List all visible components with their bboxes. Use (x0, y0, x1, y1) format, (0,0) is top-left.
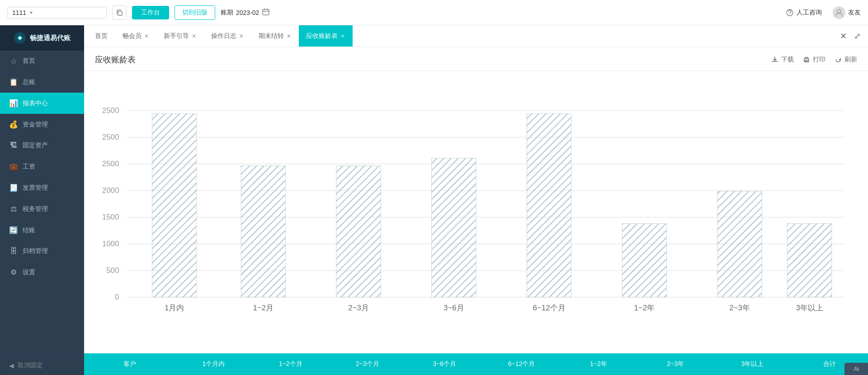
svg-text:1000: 1000 (102, 239, 119, 248)
download-button[interactable]: 下载 (771, 56, 794, 64)
sidebar-item-archive[interactable]: 🗄归档管理 (0, 241, 84, 262)
sidebar-icon-archive: 🗄 (9, 247, 18, 255)
svg-rect-31 (432, 158, 476, 297)
tab-close-member[interactable]: ✕ (144, 33, 149, 39)
switch-old-button[interactable]: 切到旧版 (175, 5, 215, 20)
tab-close-log[interactable]: ✕ (239, 33, 244, 39)
svg-text:1~2月: 1~2月 (253, 304, 274, 312)
top-bar: 1111 ▾ 工作台 切到旧版 账期 2023-02 人工咨询 友友 (0, 0, 868, 25)
svg-text:2500: 2500 (102, 133, 119, 141)
th-1~2个月: 1~2个月 (252, 360, 329, 368)
header-actions: 下载 打印 刷新 (771, 56, 857, 64)
download-label: 下载 (781, 56, 794, 64)
sidebar-label-funds: 资金管理 (23, 121, 48, 129)
tab-period-end[interactable]: 期末结转✕ (251, 25, 299, 47)
tab-label-period-end: 期末结转 (259, 32, 284, 40)
svg-point-4 (837, 9, 841, 13)
layout: 畅捷通易代账 ⌂首页📋总账📊报表中心💰资金管理🏗固定资产💼工资🧾发票管理⚖税务管… (0, 25, 868, 375)
svg-text:1月内: 1月内 (165, 304, 184, 312)
sidebar-logo: 畅捷通易代账 (0, 25, 84, 51)
sidebar: 畅捷通易代账 ⌂首页📋总账📊报表中心💰资金管理🏗固定资产💼工资🧾发票管理⚖税务管… (0, 25, 84, 375)
main-content: 首页畅会员✕新手引导✕操作日志✕期末结转✕应收账龄表✕ ✕ ⤢ 应收账龄表 下载 (84, 25, 868, 375)
app-title: 畅捷通易代账 (30, 34, 71, 42)
refresh-button[interactable]: 刷新 (835, 56, 857, 64)
svg-text:1500: 1500 (102, 213, 119, 221)
th-2~3年: 2~3年 (637, 360, 714, 368)
sidebar-item-reports[interactable]: 📊报表中心 (0, 93, 84, 114)
sidebar-icon-funds: 💰 (9, 120, 18, 129)
close-all-button[interactable]: ✕ (838, 29, 849, 43)
svg-text:2000: 2000 (102, 186, 119, 195)
sidebar-icon-home: ⌂ (9, 57, 18, 65)
sidebar-label-assets: 固定资产 (23, 141, 48, 150)
print-label: 打印 (813, 56, 826, 64)
tab-close-guide[interactable]: ✕ (192, 33, 196, 39)
tab-label-guide: 新手引导 (164, 32, 189, 40)
sidebar-label-settings: 设置 (23, 268, 35, 277)
sidebar-item-funds[interactable]: 💰资金管理 (0, 114, 84, 135)
svg-text:2500: 2500 (102, 106, 119, 115)
th-1~2年: 1~2年 (560, 360, 637, 368)
company-selector[interactable]: 1111 ▾ (7, 7, 107, 19)
th-客户: 客户 (84, 360, 175, 368)
sidebar-icon-reports: 📊 (9, 99, 18, 108)
svg-text:1~2年: 1~2年 (634, 304, 655, 312)
user-menu[interactable]: 友友 (833, 6, 861, 19)
sidebar-label-invoice: 发票管理 (23, 184, 48, 192)
sidebar-icon-settings: ⚙ (9, 268, 18, 277)
sidebar-item-assets[interactable]: 🏗固定资产 (0, 135, 84, 156)
consult-button[interactable]: 人工咨询 (786, 9, 822, 17)
copy-button[interactable] (112, 5, 127, 20)
expand-button[interactable]: ⤢ (852, 29, 863, 43)
sidebar-label-reports: 报表中心 (23, 99, 48, 108)
sidebar-label-home: 首页 (23, 57, 35, 65)
sidebar-item-invoice[interactable]: 🧾发票管理 (0, 177, 84, 198)
tab-label-member: 畅会员 (123, 32, 142, 40)
sidebar-item-tax[interactable]: ⚖税务管理 (0, 198, 84, 220)
svg-rect-0 (118, 11, 122, 15)
svg-text:2~3月: 2~3月 (348, 304, 369, 312)
th-6~12个月: 6~12个月 (483, 360, 560, 368)
sidebar-item-home[interactable]: ⌂首页 (0, 51, 84, 71)
sidebar-label-ledger: 总账 (23, 78, 35, 86)
svg-text:500: 500 (106, 266, 119, 275)
sidebar-item-salary[interactable]: 💼工资 (0, 156, 84, 177)
sidebar-item-checkout[interactable]: 🔄结账 (0, 220, 84, 241)
print-button[interactable]: 打印 (803, 56, 826, 64)
th-3年以上: 3年以上 (714, 360, 791, 368)
period-info: 账期 2023-02 (221, 8, 270, 17)
pin-icon: ◀ (9, 362, 14, 369)
tab-close-aging[interactable]: ✕ (340, 33, 345, 39)
user-name: 友友 (848, 9, 861, 17)
workbench-button[interactable]: 工作台 (132, 6, 169, 19)
top-right-actions: 人工咨询 友友 (786, 6, 861, 19)
sidebar-item-settings[interactable]: ⚙设置 (0, 262, 84, 283)
svg-rect-25 (152, 114, 196, 297)
svg-text:2500: 2500 (102, 159, 119, 168)
company-name: 1111 (12, 9, 26, 16)
sidebar-icon-tax: ⚖ (9, 205, 18, 213)
calendar-icon[interactable] (262, 8, 270, 17)
sidebar-label-salary: 工资 (23, 163, 35, 171)
sidebar-item-ledger[interactable]: 📋总账 (0, 71, 84, 93)
tab-guide[interactable]: 新手引导✕ (156, 25, 204, 47)
sidebar-label-archive: 归档管理 (23, 247, 48, 255)
sidebar-icon-checkout: 🔄 (9, 226, 18, 234)
sidebar-icon-ledger: 📋 (9, 78, 18, 86)
period-value: 2023-02 (236, 9, 259, 16)
tab-member[interactable]: 畅会员✕ (115, 25, 156, 47)
tab-log[interactable]: 操作日志✕ (204, 25, 251, 47)
sidebar-footer-toggle[interactable]: ◀ 取消固定 (0, 356, 84, 375)
tab-close-period-end[interactable]: ✕ (287, 33, 291, 39)
ai-badge[interactable]: Ai (844, 363, 868, 375)
th-1个月内: 1个月内 (175, 360, 252, 368)
svg-text:6~12个月: 6~12个月 (533, 304, 566, 312)
tab-aging[interactable]: 应收账龄表✕ (299, 25, 353, 47)
tabs-bar: 首页畅会员✕新手引导✕操作日志✕期末结转✕应收账龄表✕ ✕ ⤢ (84, 25, 868, 47)
page-title: 应收账龄表 (95, 54, 136, 65)
svg-rect-39 (787, 224, 831, 297)
svg-rect-33 (527, 114, 571, 297)
avatar (833, 6, 845, 19)
ai-label: Ai (854, 366, 859, 372)
tab-home[interactable]: 首页 (88, 25, 115, 47)
